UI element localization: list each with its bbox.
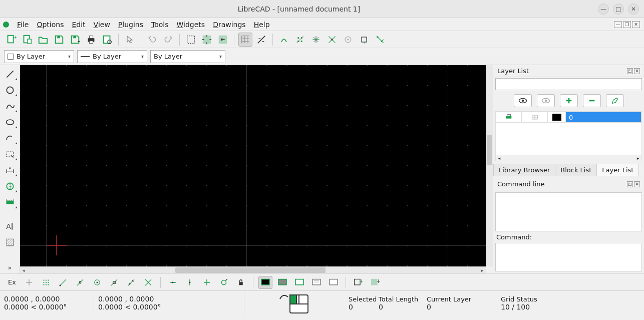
menu-tools[interactable]: Tools <box>147 20 173 30</box>
snap-distance-button[interactable] <box>373 33 387 47</box>
snap-grid-button[interactable] <box>39 276 53 289</box>
mdi-restore-button[interactable]: ❐ <box>623 21 631 28</box>
menu-plugins[interactable]: Plugins <box>114 20 147 30</box>
linewidth-combo[interactable]: By Layer ▾ <box>77 50 147 63</box>
new-button[interactable]: + <box>4 33 18 47</box>
snap-middle-button[interactable] <box>107 276 121 289</box>
snap-intersection-button[interactable] <box>325 33 339 47</box>
menu-drawings[interactable]: Drawings <box>209 20 250 30</box>
print-preview-button[interactable] <box>100 33 114 47</box>
mdi-minimize-button[interactable]: — <box>614 21 622 28</box>
command-history[interactable] <box>495 192 642 231</box>
menu-widgets[interactable]: Widgets <box>173 20 209 30</box>
snap-middle-button[interactable]: + <box>357 33 371 47</box>
bg-grey-button[interactable] <box>275 276 289 289</box>
tab-layer-list[interactable]: Layer List <box>596 164 639 176</box>
layer-add-button[interactable] <box>560 94 578 107</box>
toolbar-separator <box>346 277 346 288</box>
snap-on-entity-button[interactable] <box>73 276 87 289</box>
layer-show-all-button[interactable] <box>514 94 532 107</box>
new-template-button[interactable] <box>20 33 34 47</box>
zoom-auto-button[interactable] <box>200 33 214 47</box>
layer-hide-all-button[interactable] <box>537 94 555 107</box>
redo-button[interactable] <box>161 33 175 47</box>
linetype-combo[interactable]: By Layer ▾ <box>150 50 225 63</box>
drawing-canvas[interactable] <box>20 65 493 266</box>
menu-file[interactable]: File <box>13 20 33 30</box>
antialiasing-button[interactable] <box>309 276 324 289</box>
menu-edit[interactable]: Edit <box>68 20 89 30</box>
save-as-button[interactable] <box>68 33 82 47</box>
window-maximize-button[interactable]: □ <box>613 4 624 15</box>
layer-row[interactable]: 0 <box>496 112 641 123</box>
command-input[interactable] <box>495 243 642 271</box>
snap-grid-button[interactable] <box>293 33 307 47</box>
panel-close-button[interactable]: ✕ <box>634 181 640 187</box>
layer-remove-button[interactable] <box>583 94 601 107</box>
color-combo[interactable]: By Layer ▾ <box>4 50 74 63</box>
panel-float-button[interactable]: ◰ <box>627 181 633 187</box>
window-close-button[interactable]: ✕ <box>628 4 639 15</box>
relative-zero-button[interactable] <box>217 276 231 289</box>
zoom-previous-button[interactable] <box>216 33 230 47</box>
dimension-tool[interactable]: A <box>4 164 17 176</box>
new-view-button[interactable]: + <box>351 276 365 289</box>
svg-point-47 <box>43 284 44 285</box>
restrict-horizontal-button[interactable] <box>166 276 180 289</box>
save-button[interactable] <box>52 33 66 47</box>
layer-edit-button[interactable] <box>606 94 624 107</box>
open-button[interactable] <box>36 33 50 47</box>
bg-black-button[interactable] <box>258 276 272 289</box>
bg-white-button[interactable] <box>292 276 306 289</box>
set-view-button[interactable]: + <box>368 276 382 289</box>
print-button[interactable] <box>84 33 98 47</box>
curve-tool[interactable] <box>4 100 17 112</box>
window-minimize-button[interactable]: — <box>598 4 609 15</box>
more-tools-button[interactable]: » <box>8 264 12 273</box>
snap-endpoint-button[interactable] <box>309 33 323 47</box>
fullscreen-button[interactable] <box>327 276 341 289</box>
snap-free-button[interactable] <box>22 276 36 289</box>
tab-library-browser[interactable]: Library Browser <box>493 164 555 176</box>
statusbar: 0.0000 , 0.0000 0.0000 < 0.0000° 0.0000 … <box>0 290 644 315</box>
mdi-close-button[interactable]: ✕ <box>632 21 640 28</box>
pointer-button[interactable] <box>123 33 137 47</box>
restrict-orthogonal-button[interactable] <box>200 276 214 289</box>
circle-tool[interactable] <box>4 84 17 96</box>
grid-toggle-button[interactable] <box>238 33 252 47</box>
hatch-tool[interactable] <box>4 236 17 248</box>
layer-name[interactable]: 0 <box>566 112 641 122</box>
toolbar-separator <box>272 34 273 46</box>
layer-filter-input[interactable] <box>495 78 642 90</box>
ellipse-tool[interactable] <box>4 116 17 128</box>
layer-list[interactable]: 0 ◂▸ <box>495 111 642 161</box>
layer-list-scrollbar[interactable]: ◂▸ <box>496 155 641 161</box>
snap-ex-button[interactable]: Ex <box>5 276 19 289</box>
restrict-vertical-button[interactable] <box>183 276 197 289</box>
snap-intersection-button[interactable] <box>141 276 155 289</box>
info-tool[interactable] <box>4 196 17 208</box>
canvas-vertical-scrollbar[interactable] <box>486 65 493 266</box>
modify-tool[interactable]: + <box>4 180 17 192</box>
draft-mode-button[interactable] <box>254 33 268 47</box>
lock-relative-zero-button[interactable] <box>234 276 248 289</box>
menu-options[interactable]: Options <box>33 20 68 30</box>
zoom-window-button[interactable] <box>184 33 198 47</box>
snap-free-button[interactable] <box>277 33 291 47</box>
line-tool[interactable] <box>4 68 17 80</box>
menu-view[interactable]: View <box>90 20 114 30</box>
snap-endpoint-button[interactable] <box>56 276 70 289</box>
tab-block-list[interactable]: Block List <box>555 164 597 176</box>
canvas-horizontal-scrollbar[interactable]: ◂▸ <box>20 266 486 273</box>
panel-float-button[interactable]: ◰ <box>627 68 633 74</box>
layer-list-titlebar: Layer List ◰ ✕ <box>493 65 644 77</box>
polyline-tool[interactable] <box>4 132 17 144</box>
text-tool[interactable]: A <box>4 220 17 232</box>
undo-button[interactable] <box>145 33 159 47</box>
panel-close-button[interactable]: ✕ <box>634 68 640 74</box>
select-tool[interactable] <box>4 148 17 160</box>
menu-help[interactable]: Help <box>250 20 274 30</box>
snap-center-button[interactable] <box>341 33 355 47</box>
snap-distance-button[interactable] <box>124 276 138 289</box>
snap-center-button[interactable] <box>90 276 104 289</box>
